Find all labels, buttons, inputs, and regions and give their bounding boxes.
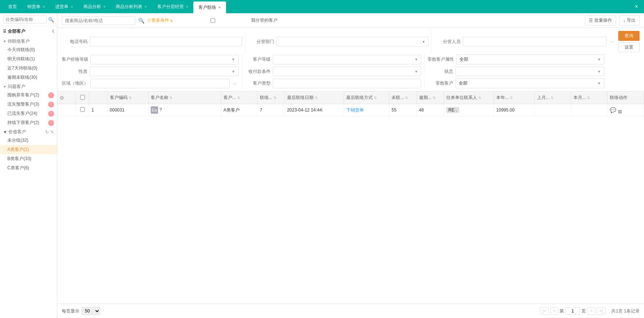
payment-select[interactable]: ▼ xyxy=(273,67,422,76)
group-problem-customers[interactable]: ▼ 问题客户 xyxy=(0,82,57,91)
sort-type-icon: ⇅ xyxy=(237,96,240,100)
close-tab-5[interactable]: × xyxy=(218,5,221,10)
retail-select[interactable]: 全部 ▼ xyxy=(455,78,604,88)
sidebar-item-tomorrow[interactable]: 明天待联络(1) xyxy=(0,54,57,64)
chevron-down-icon: ∨ xyxy=(170,18,173,23)
sidebar-item-lost[interactable]: 已流失客户(24) ! xyxy=(0,109,57,118)
nav-tab-5[interactable]: 客户联络 × xyxy=(193,1,226,13)
sidebar-item-c-class[interactable]: C类客户(6) xyxy=(0,163,57,173)
setting-button[interactable]: 设置 xyxy=(618,42,640,52)
nav-tab-4[interactable]: 客户分层经营 × xyxy=(152,0,193,13)
content-area: 🔍 ▽ 更多条件 ∨ 我分管的客户 ☰ 批量操作 ↓ 导出 xyxy=(57,13,644,318)
sidebar-item-overdue[interactable]: 逾期未联络(30) xyxy=(0,73,57,82)
export-button[interactable]: ↓ 导出 xyxy=(619,15,640,25)
td-seq: 1 xyxy=(89,104,107,116)
table-settings-icon[interactable]: ⚙ xyxy=(60,95,64,101)
all-customers-header[interactable]: ⠿ 全部客户 《 xyxy=(0,26,57,37)
nature-select[interactable]: ▼ xyxy=(90,67,239,76)
td-last-month xyxy=(535,104,571,116)
sidebar-search-icon[interactable]: 🔍 xyxy=(48,17,54,22)
th-no-contact[interactable]: 未联... ⇅ xyxy=(389,92,416,104)
batch-op-icon: ☰ xyxy=(589,18,593,23)
sidebar-collapse-icon[interactable]: 《 xyxy=(50,29,54,34)
message-action-icon[interactable]: 💬 xyxy=(610,107,616,113)
close-tab-2[interactable]: × xyxy=(103,4,105,9)
my-customers-check[interactable] xyxy=(176,18,250,23)
sidebar-item-a-class[interactable]: A类客户(1) xyxy=(0,145,57,154)
phone-input[interactable] xyxy=(90,37,242,46)
th-this-month[interactable]: 本月... ⇅ xyxy=(571,92,608,104)
group-value-customers[interactable]: ▼ 价值客户 ↻ ✎ xyxy=(0,127,57,136)
dept-select[interactable]: ▼ xyxy=(276,37,429,46)
nav-tab-0[interactable]: 销货单 × xyxy=(22,0,50,13)
sidebar-item-declining[interactable]: 持续下滑客户(2) ! xyxy=(0,118,57,127)
th-type[interactable]: 客户... ⇅ xyxy=(221,92,257,104)
sort-lmonth-icon: ⇅ xyxy=(551,96,554,100)
edit-icon[interactable]: ✎ xyxy=(50,130,54,135)
th-overdue[interactable]: 逾期... ⇅ xyxy=(416,92,444,104)
region-input[interactable] xyxy=(90,79,230,88)
last-page-button[interactable]: >| xyxy=(597,307,605,315)
nav-home[interactable]: 首页 xyxy=(3,0,22,13)
filter-cell-phone: 电话号码 xyxy=(62,37,242,46)
retail-attr-select[interactable]: 全部 ▼ xyxy=(456,54,604,64)
more-conditions-btn[interactable]: ▽ 更多条件 ∨ xyxy=(147,17,173,24)
row-actions-cell: 💬 xyxy=(610,107,641,113)
status-select[interactable]: ▼ xyxy=(455,67,604,76)
sidebar-item-unclassified[interactable]: 未分组(32) xyxy=(0,136,57,145)
region-more-icon[interactable]: ··· xyxy=(232,81,239,86)
manager-input[interactable] xyxy=(463,37,607,46)
th-unit-contact[interactable]: 往来单位联系人 ⇅ xyxy=(444,92,494,104)
th-last-month[interactable]: 上月... ⇅ xyxy=(535,92,571,104)
customer-level-select[interactable]: ▼ xyxy=(273,55,422,64)
close-tab-1[interactable]: × xyxy=(71,4,73,9)
nav-tab-1[interactable]: 进货单 × xyxy=(50,0,78,13)
badge-hoarding: ! xyxy=(48,92,54,98)
batch-op-button[interactable]: ☰ 批量操作 xyxy=(585,15,616,25)
group-pending-contact[interactable]: ▼ 待联络客户 xyxy=(0,37,57,45)
filter-cell-manager: 分管人员 ··· xyxy=(435,37,615,46)
close-tab-4[interactable]: × xyxy=(186,4,188,9)
per-page-select[interactable]: 50 100 200 xyxy=(82,307,100,315)
th-last-method[interactable]: 最后联络方式 ⇅ xyxy=(344,92,389,104)
sidebar-search-input[interactable] xyxy=(3,15,47,24)
filter-search-icon[interactable]: 🔍 xyxy=(138,18,144,24)
search-input[interactable] xyxy=(62,16,135,25)
price-level-select[interactable]: ▼ xyxy=(90,55,239,64)
th-contact[interactable]: 联络... ⇅ xyxy=(257,92,285,104)
close-tab-0[interactable]: × xyxy=(43,4,45,9)
filter-cell-customer-type: 客户类型 xyxy=(245,79,422,88)
close-all-tabs[interactable]: × xyxy=(632,3,641,10)
sidebar-item-7days[interactable]: 近7天待联络(0) xyxy=(0,64,57,73)
td-overdue: 48 xyxy=(416,104,444,116)
customer-type-input[interactable] xyxy=(273,79,422,88)
th-name[interactable]: 客户名称 ⇅ xyxy=(148,92,221,104)
select-all-checkbox[interactable] xyxy=(80,95,85,100)
manager-more-icon[interactable]: ··· xyxy=(609,39,615,44)
row-checkbox[interactable] xyxy=(80,107,85,112)
my-customers-checkbox[interactable]: 我分管的客户 xyxy=(176,17,278,24)
sidebar-item-b-class[interactable]: B类客户(33) xyxy=(0,154,57,163)
th-code[interactable]: 客户编码 ⇅ xyxy=(107,92,148,104)
sort-date-icon: ⇅ xyxy=(315,96,318,100)
grid-action-icon[interactable] xyxy=(618,107,622,113)
refresh-icon[interactable]: ↻ xyxy=(45,130,49,135)
last-method-link[interactable]: 下销货单 xyxy=(346,107,364,113)
filter-cell-dept: 分管部门 ▼ xyxy=(248,37,429,46)
next-page-button[interactable]: > xyxy=(587,307,595,315)
customer-level-arrow: ▼ xyxy=(414,57,418,61)
prev-page-button[interactable]: < xyxy=(550,307,558,315)
sort-code-icon: ⇅ xyxy=(129,96,132,100)
table-footer: 每页显示 50 100 200 |< < 第 页 > >| 共1页 1条记录 xyxy=(57,304,644,318)
query-button[interactable]: 查询 xyxy=(618,31,640,41)
sidebar-item-hoarding[interactable]: 囤购异常客户(2) ! xyxy=(0,91,57,100)
sidebar-item-loss-warning[interactable]: 流失预警客户(3) ! xyxy=(0,100,57,109)
page-number-input[interactable] xyxy=(565,307,580,315)
th-last-date[interactable]: 最后联络日期 ⇅ xyxy=(285,92,344,104)
close-tab-3[interactable]: × xyxy=(144,4,147,9)
nav-tab-2[interactable]: 商品分析 × xyxy=(78,0,111,13)
th-this-year[interactable]: 本年... ⇅ xyxy=(494,92,534,104)
first-page-button[interactable]: |< xyxy=(540,307,549,315)
nav-tab-3[interactable]: 商品分析列表 × xyxy=(111,0,152,13)
sidebar-item-today[interactable]: 今天待联络(0) xyxy=(0,45,57,54)
